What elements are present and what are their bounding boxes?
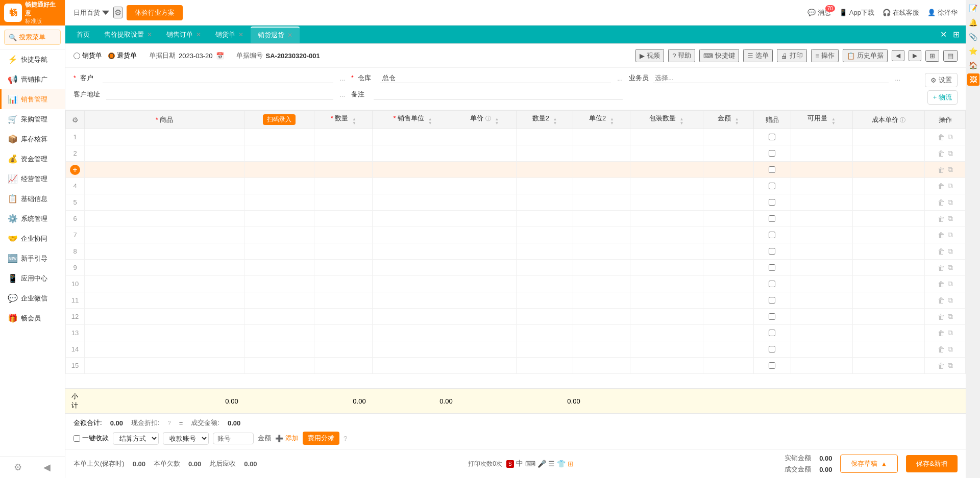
gift-checkbox-12[interactable] [769, 313, 775, 320]
gift-checkbox-7[interactable] [769, 232, 775, 238]
row-amount-6[interactable] [703, 211, 753, 227]
tab-sale-return[interactable]: 销货退货 ✕ [251, 27, 300, 43]
row-gift-14[interactable] [753, 341, 791, 358]
save-draft-button[interactable]: 保存草稿 ▲ [840, 455, 898, 473]
row-amount-5[interactable] [703, 194, 753, 211]
delete-row-7-btn[interactable]: 🗑 [938, 231, 945, 239]
row-qty-6[interactable] [314, 211, 373, 227]
row-cost-price-2[interactable] [852, 145, 925, 162]
copy-row-7-btn[interactable]: ⧉ [948, 231, 953, 239]
row-qty2-3[interactable] [516, 162, 573, 178]
row-product-4[interactable] [85, 178, 244, 194]
fee-split-button[interactable]: 费用分摊 [303, 432, 339, 445]
sidebar-item-appstore[interactable]: 📱 应用中心 [0, 268, 65, 288]
row-unit-price-5[interactable] [453, 194, 517, 211]
row-qty-7[interactable] [314, 227, 373, 243]
sidebar-item-system[interactable]: ⚙️ 系统管理 [0, 209, 65, 229]
tab-sale-price[interactable]: 售价提取设置 ✕ [97, 27, 159, 42]
gift-checkbox-15[interactable] [769, 362, 775, 369]
row-amount-2[interactable] [703, 145, 753, 162]
row-qty2-2[interactable] [516, 145, 573, 162]
date-picker-button[interactable]: 📅 [216, 52, 224, 60]
settlement-select[interactable]: 结算方式 [113, 432, 159, 445]
delete-row-2-btn[interactable]: 🗑 [938, 149, 945, 158]
row-unit2-12[interactable] [573, 309, 630, 325]
form-settings-button[interactable]: ⚙ 设置 [925, 73, 958, 87]
row-qty2-4[interactable] [516, 178, 573, 194]
right-sidebar-note-btn[interactable]: 📝 [967, 2, 979, 14]
tab-home[interactable]: 首页 [69, 27, 97, 42]
row-pack-qty-11[interactable] [630, 292, 703, 309]
row-unit-price-7[interactable] [453, 227, 517, 243]
row-product-14[interactable] [85, 341, 244, 358]
row-qty2-13[interactable] [516, 325, 573, 341]
row-unit-price-2[interactable] [453, 145, 517, 162]
row-product-2[interactable] [85, 145, 244, 162]
row-product-10[interactable] [85, 276, 244, 292]
row-pack-qty-2[interactable] [630, 145, 703, 162]
row-sale-unit-5[interactable] [373, 194, 453, 211]
row-available-7[interactable] [791, 227, 852, 243]
unit2-sort-arrows[interactable]: ▲▼ [610, 117, 614, 125]
toolbar-operate-btn[interactable]: ≡ 操作 [811, 49, 839, 62]
unit-price-sort-arrows[interactable]: ▲▼ [495, 117, 499, 125]
gift-checkbox-3[interactable] [769, 166, 775, 173]
toolbar-next-btn[interactable]: ▶ [909, 50, 921, 61]
row-cost-price-6[interactable] [852, 211, 925, 227]
row-qty2-7[interactable] [516, 227, 573, 243]
row-available-1[interactable] [791, 129, 852, 145]
row-gift-8[interactable] [753, 243, 791, 260]
row-qty2-14[interactable] [516, 341, 573, 358]
row-sale-unit-6[interactable] [373, 211, 453, 227]
delete-row-6-btn[interactable]: 🗑 [938, 215, 945, 223]
row-gift-2[interactable] [753, 145, 791, 162]
row-cost-price-5[interactable] [852, 194, 925, 211]
salesperson-input[interactable] [653, 73, 889, 83]
customer-select-btn[interactable]: ... [339, 74, 345, 82]
add-row-button[interactable]: + [70, 165, 80, 175]
row-unit2-14[interactable] [573, 341, 630, 358]
sidebar-item-operation[interactable]: 📈 经营管理 [0, 169, 65, 189]
logistics-button[interactable]: + 物流 [927, 90, 958, 105]
right-sidebar-star-btn[interactable]: ⭐ [967, 45, 979, 57]
row-product-1[interactable] [85, 129, 244, 145]
row-qty2-8[interactable] [516, 243, 573, 260]
copy-row-14-btn[interactable]: ⧉ [948, 345, 953, 354]
sidebar-item-finance[interactable]: 💰 资金管理 [0, 149, 65, 169]
row-pack-qty-9[interactable] [630, 260, 703, 276]
warehouse-select-btn[interactable]: ... [617, 74, 623, 82]
right-sidebar-home-btn[interactable]: 🏠 [967, 59, 979, 71]
row-unit2-6[interactable] [573, 211, 630, 227]
row-amount-7[interactable] [703, 227, 753, 243]
account-select[interactable]: 收款账号 [163, 432, 209, 445]
row-gift-1[interactable] [753, 129, 791, 145]
row-sale-unit-9[interactable] [373, 260, 453, 276]
row-unit-price-4[interactable] [453, 178, 517, 194]
sidebar-item-inventory[interactable]: 📦 库存核算 [0, 129, 65, 149]
row-sale-unit-2[interactable] [373, 145, 453, 162]
radio-sale-return-input[interactable] [108, 53, 115, 59]
copy-row-2-btn[interactable]: ⧉ [948, 149, 953, 158]
tab-close-all-btn[interactable]: ✕ [938, 29, 949, 40]
row-product-6[interactable] [85, 211, 244, 227]
row-unit-price-6[interactable] [453, 211, 517, 227]
row-gift-13[interactable] [753, 325, 791, 341]
row-available-14[interactable] [791, 341, 852, 358]
gift-checkbox-10[interactable] [769, 281, 775, 287]
row-sale-unit-14[interactable] [373, 341, 453, 358]
gift-checkbox-4[interactable] [769, 183, 775, 189]
row-product-7[interactable] [85, 227, 244, 243]
gift-checkbox-2[interactable] [769, 150, 775, 157]
tab-sale-price-close[interactable]: ✕ [147, 31, 152, 38]
delete-row-1-btn[interactable]: 🗑 [938, 133, 945, 141]
row-product-9[interactable] [85, 260, 244, 276]
delete-row-14-btn[interactable]: 🗑 [938, 345, 945, 354]
row-qty-4[interactable] [314, 178, 373, 194]
row-pack-qty-13[interactable] [630, 325, 703, 341]
row-unit-price-1[interactable] [453, 129, 517, 145]
row-unit2-4[interactable] [573, 178, 630, 194]
sale-unit-sort-arrows[interactable]: ▲▼ [428, 117, 432, 125]
row-product-8[interactable] [85, 243, 244, 260]
row-unit2-1[interactable] [573, 129, 630, 145]
copy-row-12-btn[interactable]: ⧉ [948, 312, 953, 321]
